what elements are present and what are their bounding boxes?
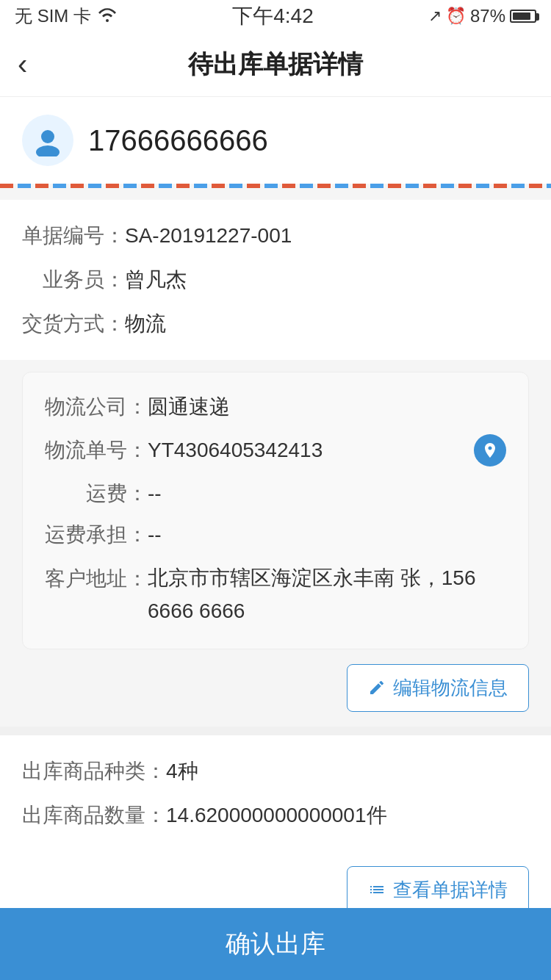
order-no-value: SA-20191227-001 bbox=[125, 220, 529, 251]
freight-row: 运费： -- bbox=[45, 480, 506, 508]
nav-bar: ‹ 待出库单据详情 bbox=[0, 32, 551, 97]
confirm-button-label: 确认出库 bbox=[226, 927, 325, 961]
status-left: 无 SIM 卡 bbox=[15, 4, 118, 28]
freight-label: 运费： bbox=[45, 480, 148, 508]
tracking-label: 物流单号： bbox=[45, 436, 148, 464]
confirm-button[interactable]: 确认出库 bbox=[0, 908, 551, 980]
freight-bear-label: 运费承担： bbox=[45, 521, 148, 549]
dashed-divider bbox=[0, 184, 551, 188]
logistics-company-row: 物流公司： 圆通速递 bbox=[45, 393, 506, 421]
wifi-icon bbox=[97, 6, 118, 26]
order-no-row: 单据编号： SA-20191227-001 bbox=[22, 220, 529, 251]
delivery-row: 交货方式： 物流 bbox=[22, 309, 529, 339]
status-bar: 无 SIM 卡 下午4:42 ↗ ⏰ 87% bbox=[0, 0, 551, 32]
tracking-row: 物流单号： YT43064053424​13 bbox=[45, 434, 506, 466]
freight-bear-row: 运费承担： -- bbox=[45, 521, 506, 549]
salesman-row: 业务员： 曾凡杰 bbox=[22, 264, 529, 295]
logistics-company-value: 圆通速递 bbox=[148, 393, 506, 421]
product-type-row: 出库商品种类： 4种 bbox=[22, 756, 529, 787]
time-label: 下午4:42 bbox=[232, 2, 314, 30]
salesman-value: 曾凡杰 bbox=[125, 264, 529, 295]
product-quantity-value: 14.620000000000001件 bbox=[166, 800, 529, 831]
location-icon-button[interactable] bbox=[474, 434, 506, 466]
carrier-label: 无 SIM 卡 bbox=[15, 4, 91, 28]
avatar bbox=[22, 115, 73, 166]
section-divider-1 bbox=[0, 727, 551, 735]
address-row: 客户地址： 北京市市辖区海淀区永丰南 张，156 6666 6666 bbox=[45, 562, 506, 628]
tracking-value: YT43064053424​13 bbox=[148, 439, 465, 462]
user-icon bbox=[32, 124, 64, 156]
user-header: 17666666666 bbox=[0, 97, 551, 184]
battery-icon bbox=[510, 10, 536, 23]
product-info-section: 出库商品种类： 4种 出库商品数量： 14.620000000000001件 bbox=[0, 735, 551, 851]
logistics-company-label: 物流公司： bbox=[45, 393, 148, 421]
battery-label: 87% bbox=[470, 6, 505, 26]
address-label: 客户地址： bbox=[45, 565, 148, 593]
edit-logistics-button[interactable]: 编辑物流信息 bbox=[347, 664, 529, 712]
freight-value: -- bbox=[148, 482, 506, 505]
freight-bear-value: -- bbox=[148, 523, 506, 547]
user-phone: 17666666666 bbox=[88, 124, 268, 157]
back-button[interactable]: ‹ bbox=[18, 48, 27, 81]
salesman-label: 业务员： bbox=[22, 264, 125, 295]
svg-point-1 bbox=[36, 145, 60, 156]
map-pin-icon bbox=[481, 442, 499, 459]
product-type-label: 出库商品种类： bbox=[22, 756, 166, 787]
edit-logistics-label: 编辑物流信息 bbox=[393, 675, 508, 701]
delivery-label: 交货方式： bbox=[22, 309, 125, 339]
basic-info-section: 单据编号： SA-20191227-001 业务员： 曾凡杰 交货方式： 物流 bbox=[0, 200, 551, 360]
location-arrow-icon: ↗ bbox=[428, 7, 442, 26]
address-value: 北京市市辖区海淀区永丰南 张，156 6666 6666 bbox=[148, 562, 506, 628]
list-icon bbox=[368, 881, 386, 898]
logistics-card: 物流公司： 圆通速递 物流单号： YT43064053424​13 运费： --… bbox=[22, 372, 529, 649]
product-quantity-label: 出库商品数量： bbox=[22, 800, 166, 831]
alarm-icon: ⏰ bbox=[446, 7, 466, 26]
svg-point-0 bbox=[41, 130, 54, 143]
view-detail-button[interactable]: 查看单据详情 bbox=[347, 866, 529, 914]
delivery-value: 物流 bbox=[125, 309, 529, 339]
page-title: 待出库单据详情 bbox=[188, 48, 363, 82]
view-detail-label: 查看单据详情 bbox=[393, 877, 508, 903]
status-right: ↗ ⏰ 87% bbox=[428, 6, 536, 26]
product-quantity-row: 出库商品数量： 14.620000000000001件 bbox=[22, 800, 529, 831]
order-no-label: 单据编号： bbox=[22, 220, 125, 251]
edit-logistics-area: 编辑物流信息 bbox=[22, 649, 529, 727]
product-type-value: 4种 bbox=[166, 756, 529, 787]
edit-icon bbox=[368, 679, 386, 696]
